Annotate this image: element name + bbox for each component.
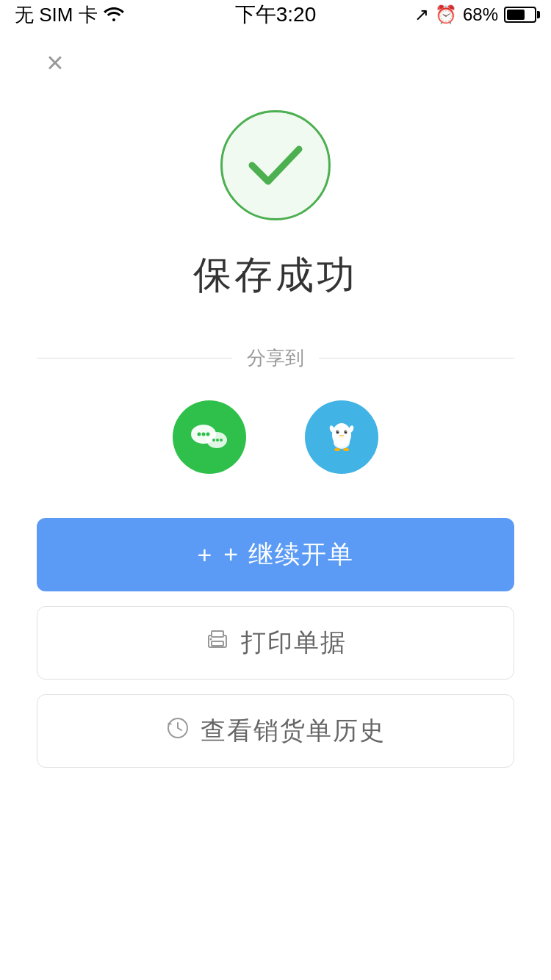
qq-share-button[interactable] [305, 400, 378, 474]
divider-right [319, 358, 514, 359]
svg-rect-21 [212, 641, 223, 646]
location-icon: ↗ [414, 4, 429, 25]
checkmark-icon [246, 143, 305, 187]
wifi-icon [104, 4, 124, 26]
svg-point-4 [206, 433, 210, 436]
success-circle [220, 110, 331, 220]
continue-icon: + [197, 541, 213, 569]
status-left: 无 SIM 卡 [15, 2, 124, 28]
svg-point-10 [345, 430, 347, 434]
svg-point-9 [336, 430, 339, 434]
status-bar: 无 SIM 卡 下午3:20 ↗ ⏰ 68% [0, 0, 551, 29]
share-section: 分享到 [37, 345, 514, 474]
close-icon: × [46, 48, 63, 77]
status-right: ↗ ⏰ 68% [414, 4, 536, 25]
close-button[interactable]: × [37, 44, 73, 81]
success-title: 保存成功 [193, 250, 358, 301]
status-time: 下午3:20 [235, 1, 317, 29]
print-button[interactable]: 打印单据 [37, 606, 514, 680]
svg-point-5 [212, 439, 215, 442]
divider-left [37, 358, 232, 359]
share-icons-row [173, 400, 378, 474]
continue-button[interactable]: + + 继续开单 [37, 518, 514, 591]
svg-point-14 [334, 436, 350, 449]
alarm-icon: ⏰ [435, 4, 457, 25]
svg-point-12 [345, 430, 347, 432]
svg-point-6 [216, 439, 219, 442]
continue-label: + 继续开单 [223, 538, 353, 572]
main-content: × 保存成功 分享到 [0, 29, 551, 797]
svg-point-7 [220, 439, 223, 442]
svg-point-3 [202, 433, 206, 436]
carrier-text: 无 SIM 卡 [15, 2, 98, 28]
svg-point-22 [210, 638, 212, 641]
svg-point-16 [343, 448, 349, 451]
history-button[interactable]: 查看销货单历史 [37, 694, 514, 768]
print-label: 打印单据 [241, 626, 347, 660]
qq-icon [320, 416, 363, 458]
share-divider-row: 分享到 [37, 345, 514, 371]
history-icon [165, 716, 190, 746]
battery-icon [504, 7, 536, 23]
battery-text: 68% [463, 4, 498, 25]
close-button-row: × [37, 44, 514, 81]
svg-point-11 [337, 430, 339, 432]
svg-point-2 [198, 433, 201, 436]
share-label: 分享到 [247, 345, 304, 371]
wechat-share-button[interactable] [173, 400, 246, 474]
action-buttons: + + 继续开单 打印单据 查看销货单历史 [37, 518, 514, 768]
svg-rect-20 [212, 631, 223, 637]
svg-point-15 [334, 448, 340, 451]
history-label: 查看销货单历史 [201, 714, 386, 748]
wechat-icon [187, 415, 231, 459]
print-icon [204, 628, 231, 657]
